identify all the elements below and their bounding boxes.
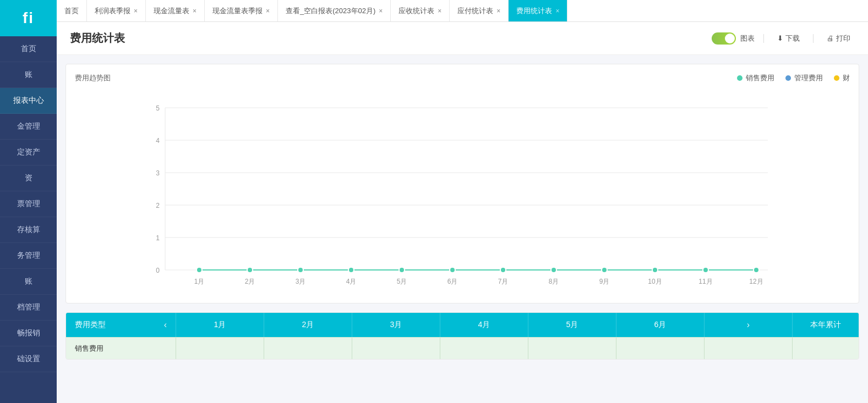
svg-point-27	[298, 267, 303, 273]
chart-toggle-group: 图表	[712, 32, 755, 45]
sidebar-item-account[interactable]: 账	[0, 62, 57, 88]
svg-point-25	[196, 267, 202, 273]
th-may: 5月	[528, 313, 616, 337]
chart-section: 费用趋势图 销售费用 管理费用 财	[65, 64, 859, 303]
tab-close-cashflow[interactable]: ×	[193, 7, 196, 15]
legend-label-sales: 销售费用	[746, 73, 774, 83]
legend-label-manage: 管理费用	[794, 73, 823, 83]
page-content: 费用统计表 图表 ⬇ 下载 🖨 打印 费用	[57, 22, 868, 403]
tab-close-receivable[interactable]: ×	[438, 7, 441, 15]
td-sales-ytd	[793, 338, 859, 360]
svg-point-36	[754, 267, 759, 273]
sidebar-item-asset[interactable]: 资	[0, 165, 57, 191]
svg-text:7月: 7月	[498, 278, 509, 285]
sidebar-item-settings[interactable]: 础设置	[0, 346, 57, 372]
chart-container: 0 1 2 3 4 5 1月 2月	[75, 89, 850, 294]
td-sales-nav	[705, 338, 793, 360]
page-title: 费用统计表	[70, 31, 125, 46]
tab-close-payable[interactable]: ×	[496, 7, 500, 15]
tab-payable[interactable]: 应付统计表 ×	[450, 0, 509, 22]
print-icon: 🖨	[827, 34, 834, 42]
svg-point-31	[500, 267, 506, 273]
svg-text:1: 1	[156, 234, 160, 242]
tab-cashflow-quarter[interactable]: 现金流量表季报 ×	[205, 0, 278, 22]
svg-text:5: 5	[156, 104, 160, 112]
td-sales-jan	[176, 338, 264, 360]
td-type-sales: 销售费用	[66, 338, 176, 360]
svg-text:11月: 11月	[698, 278, 712, 285]
svg-text:5月: 5月	[397, 278, 407, 285]
svg-text:0: 0	[156, 267, 160, 274]
expense-table: 费用类型 ‹ 1月 2月 3月 4月 5月	[65, 312, 859, 360]
svg-point-34	[652, 267, 658, 273]
sidebar-item-fixed-assets[interactable]: 定资产	[0, 140, 57, 165]
svg-text:3: 3	[156, 169, 160, 177]
tab-profit-quarter[interactable]: 利润表季报 ×	[87, 0, 146, 22]
sidebar-item-affairs[interactable]: 务管理	[0, 243, 57, 269]
page-header: 费用统计表 图表 ⬇ 下载 🖨 打印	[57, 22, 868, 55]
tab-blank-report[interactable]: 查看_空白报表(2023年02月) ×	[278, 0, 391, 22]
download-button[interactable]: ⬇ 下载	[773, 31, 804, 46]
sidebar-logo: fi	[0, 0, 57, 36]
sidebar-item-inventory[interactable]: 存核算	[0, 217, 57, 243]
divider-1	[763, 34, 764, 43]
svg-point-28	[348, 267, 354, 273]
svg-text:4: 4	[156, 137, 160, 145]
tab-receivable[interactable]: 应收统计表 ×	[391, 0, 450, 22]
chart-toggle-label: 图表	[740, 34, 755, 43]
download-icon: ⬇	[777, 34, 783, 42]
tab-close-profit-quarter[interactable]: ×	[134, 7, 138, 15]
td-sales-mar	[352, 338, 440, 360]
prev-months-button[interactable]: ‹	[164, 320, 167, 330]
svg-text:2月: 2月	[245, 278, 255, 285]
svg-text:8月: 8月	[549, 278, 559, 285]
sidebar: fi 首页 账 报表中心 金管理 定资产 资 票管理 存核算 务管理 账 档管理…	[0, 0, 57, 403]
th-type: 费用类型 ‹	[66, 313, 176, 337]
th-feb: 2月	[264, 313, 352, 337]
main-area: 首页 利润表季报 × 现金流量表 × 现金流量表季报 × 查看_空白报表(202…	[57, 0, 868, 403]
tab-close-blank-report[interactable]: ×	[379, 7, 383, 15]
trend-chart: 0 1 2 3 4 5 1月 2月	[75, 89, 850, 292]
legend-sales: 销售费用	[737, 73, 774, 83]
sidebar-item-report-center[interactable]: 报表中心	[0, 88, 57, 114]
svg-text:6月: 6月	[447, 278, 458, 285]
tab-cashflow[interactable]: 现金流量表 ×	[146, 0, 205, 22]
td-sales-jun	[616, 338, 705, 360]
print-button[interactable]: 🖨 打印	[822, 31, 855, 46]
sidebar-item-home[interactable]: 首页	[0, 36, 57, 62]
td-sales-apr	[440, 338, 528, 360]
tab-close-expense-table[interactable]: ×	[555, 7, 559, 15]
svg-text:4月: 4月	[346, 278, 357, 285]
chart-toggle-switch[interactable]	[712, 32, 736, 45]
next-months-button[interactable]: ›	[747, 320, 750, 330]
svg-text:12月: 12月	[749, 278, 763, 285]
chart-header: 费用趋势图 销售费用 管理费用 财	[75, 73, 850, 83]
td-sales-may	[528, 338, 616, 360]
th-mar: 3月	[352, 313, 440, 337]
table-row-sales: 销售费用	[66, 337, 859, 359]
th-apr: 4月	[440, 313, 528, 337]
legend-dot-manage	[785, 75, 791, 81]
sidebar-item-document[interactable]: 档管理	[0, 295, 57, 321]
svg-text:9月: 9月	[599, 278, 610, 285]
legend-dot-finance	[834, 75, 839, 81]
svg-text:2: 2	[156, 202, 160, 209]
tab-home[interactable]: 首页	[57, 0, 87, 22]
sidebar-item-expense[interactable]: 畅报销	[0, 321, 57, 346]
tab-bar: 首页 利润表季报 × 现金流量表 × 现金流量表季报 × 查看_空白报表(202…	[57, 0, 868, 22]
td-sales-feb	[264, 338, 352, 360]
svg-text:10月: 10月	[648, 278, 662, 285]
svg-point-29	[399, 267, 405, 273]
svg-point-30	[450, 267, 455, 273]
sidebar-item-ledger[interactable]: 账	[0, 269, 57, 295]
header-actions: 图表 ⬇ 下载 🖨 打印	[712, 31, 855, 46]
sidebar-item-finance[interactable]: 金管理	[0, 114, 57, 140]
legend-manage: 管理费用	[785, 73, 823, 83]
sidebar-item-ticket[interactable]: 票管理	[0, 191, 57, 217]
tab-expense-table[interactable]: 费用统计表 ×	[509, 0, 567, 22]
tab-close-cashflow-quarter[interactable]: ×	[266, 7, 270, 15]
svg-text:1月: 1月	[194, 278, 205, 285]
th-next-months: ›	[705, 313, 793, 337]
th-jun: 6月	[616, 313, 705, 337]
th-ytd: 本年累计	[793, 313, 859, 337]
